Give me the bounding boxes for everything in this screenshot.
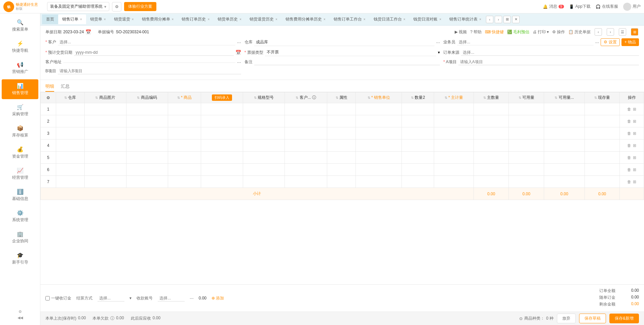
tab-close-icon[interactable]: × (324, 17, 326, 21)
add-payment-btn[interactable]: ⊕ 添加 (212, 295, 224, 301)
bank-input[interactable] (158, 295, 185, 301)
tab-close-icon[interactable]: × (439, 17, 441, 21)
calendar-icon[interactable]: 📅 (85, 29, 91, 35)
warehouse-dots-icon[interactable]: ··· (436, 40, 440, 45)
col-code[interactable]: ⇅ 商品编码 (126, 92, 168, 103)
invoice-dropdown-icon[interactable]: ▾ (438, 50, 440, 55)
tab-order-workbench[interactable]: 销售订单工作台 × (330, 14, 370, 24)
row-customer[interactable] (285, 103, 327, 115)
row-spec[interactable] (243, 103, 285, 115)
tab-close-icon[interactable]: × (172, 17, 174, 21)
tab-return-history[interactable]: 销货退货历史 × (245, 14, 281, 24)
pay-method-arrow-icon[interactable]: ▾ (129, 296, 131, 300)
col-product[interactable]: ⇅ * 商品 (168, 92, 201, 103)
delivery-calendar-icon[interactable]: 📅 (235, 50, 241, 55)
settings-btn[interactable]: ⚙ 设置 (601, 38, 619, 46)
col-scan[interactable]: 扫码录入 (201, 92, 243, 103)
copy-icon[interactable]: ⊞ (633, 107, 636, 112)
sidebar-item-finance[interactable]: 💰 资金管理 (2, 143, 38, 163)
col-warehouse[interactable]: ⇅ 仓库 (56, 92, 84, 103)
industry-btn[interactable]: 体验行业方案 (124, 2, 156, 11)
col-main-unit[interactable]: ⇅ * 主计量 (434, 92, 474, 103)
history-btn[interactable]: 📋 历史单据 (568, 29, 591, 35)
delivery-input[interactable] (74, 49, 234, 56)
shortcut-btn[interactable]: ⌨ 快捷键 (485, 29, 504, 35)
row-code[interactable] (126, 103, 168, 115)
add-item-btn[interactable]: + 物品 (621, 38, 639, 46)
order-source-input[interactable] (461, 49, 639, 56)
row-warehouse[interactable] (56, 103, 84, 115)
tab-order-history[interactable]: 销售订单历史 × (178, 14, 214, 24)
delete-icon[interactable]: 🗑 (627, 131, 631, 136)
tab-close-icon[interactable]: × (479, 17, 481, 21)
row-attr[interactable] (327, 103, 356, 115)
tab-home[interactable]: 首页 (42, 14, 58, 24)
row-image[interactable] (84, 103, 126, 115)
col-spec[interactable]: ⇅ 规格型号 (243, 92, 285, 103)
col-unit[interactable]: ⇅ * 销售单位 (356, 92, 402, 103)
customer-input[interactable] (60, 40, 100, 44)
delete-icon[interactable]: 🗑 (627, 107, 631, 112)
col-settings[interactable]: ⚙ (41, 92, 56, 103)
col-available2[interactable]: ⇅ 可用量... (544, 92, 585, 103)
tab-summary[interactable]: 汇总 (61, 82, 70, 92)
tab-close-icon[interactable]: × (80, 17, 82, 21)
print-btn[interactable]: 🖨 打印 ▾ (533, 29, 549, 35)
auto-check-label[interactable]: 一键收订金 (45, 295, 71, 301)
tab-sale-history[interactable]: 销货单历史 × (214, 14, 245, 24)
app-download-btn[interactable]: 📱 App下载 (569, 4, 591, 9)
sidebar-item-baseinfo[interactable]: ℹ️ 基础信息 (2, 185, 38, 205)
copy-icon[interactable]: ⊞ (633, 119, 636, 124)
row-main-unit[interactable] (434, 103, 474, 115)
bproject-input[interactable] (58, 68, 241, 74)
sidebar-item-search[interactable]: 🔍 搜索菜单 (2, 16, 38, 36)
tab-detail[interactable]: 明细 (45, 82, 54, 92)
system-selector[interactable]: 装备及固定资产辅助管理系统 ▾ (47, 2, 109, 11)
prev-record-btn[interactable]: ‹ (595, 28, 602, 36)
sidebar-item-operation[interactable]: 📈 经营管理 (2, 164, 38, 184)
row-unit[interactable] (356, 103, 402, 115)
delete-icon[interactable]: 🗑 (627, 119, 631, 124)
col-customer[interactable]: ⇅ 客户... ⓘ (285, 92, 327, 103)
sidebar-item-marketing[interactable]: 📢 营销推广 (2, 58, 38, 78)
sidebar-item-inventory[interactable]: 📦 库存核算 (2, 122, 38, 141)
tab-return[interactable]: 销货退货 × (110, 14, 138, 24)
tab-prev-btn[interactable]: ‹ (486, 16, 493, 23)
sidebar-settings[interactable]: ⚙ (18, 310, 22, 314)
sidebar-item-guide[interactable]: 🎓 新手引导 (2, 249, 38, 269)
copy-icon[interactable]: ⊞ (633, 155, 636, 160)
tab-next-btn[interactable]: › (495, 16, 502, 23)
customer-dots-icon[interactable]: ··· (237, 40, 241, 45)
col-attr[interactable]: ⇅ 属性 (327, 92, 356, 103)
tab-sale[interactable]: 销货单 × (86, 14, 110, 24)
delete-icon[interactable]: 🗑 (627, 155, 631, 160)
row-main-qty[interactable] (473, 103, 509, 115)
next-record-btn[interactable]: › (607, 28, 614, 36)
tab-close-icon[interactable]: × (404, 17, 406, 21)
operation-btn[interactable]: ⚙ 操作 (552, 29, 565, 35)
col-qty2[interactable]: ⇅ 数量2 (402, 92, 434, 103)
staff-input[interactable] (459, 40, 499, 44)
tab-close-icon[interactable]: × (275, 17, 277, 21)
tab-close-icon[interactable]: × (132, 17, 134, 21)
col-main-qty[interactable]: ⇅ 主数量 (473, 92, 509, 103)
help-btn[interactable]: ? 帮助 (470, 29, 482, 35)
discard-btn[interactable]: 放弃 (557, 314, 576, 323)
sidebar-item-enterprise[interactable]: 🏢 企业协同 (2, 228, 38, 247)
tab-reconcile[interactable]: 钱货日清对账 × (409, 14, 445, 24)
row-available[interactable] (509, 103, 544, 115)
list-view-btn[interactable]: ☰ (619, 28, 626, 36)
notice-btn[interactable]: 🔔 消息 9 (543, 4, 564, 9)
video-btn[interactable]: ▶ 视频 (455, 29, 467, 35)
sidebar-item-quicknav[interactable]: ⚡ 快捷导航 (2, 37, 38, 57)
tab-expense-history[interactable]: 销售费用分摊单历史 × (281, 14, 330, 24)
online-support-btn[interactable]: 🎧 在线客服 (596, 4, 618, 9)
scan-btn[interactable]: 扫码录入 (212, 94, 232, 101)
save-new-btn[interactable]: 保存&新增 (609, 314, 639, 323)
card-view-btn[interactable]: ⊞ (631, 28, 638, 36)
tab-sales-order[interactable]: 销售订单 × (58, 14, 86, 24)
col-image[interactable]: ⇅ 商品图片 (84, 92, 126, 103)
aproject-input[interactable] (458, 59, 639, 65)
profit-btn[interactable]: 💹 毛利预估 (507, 29, 529, 35)
row-product[interactable] (168, 103, 201, 115)
